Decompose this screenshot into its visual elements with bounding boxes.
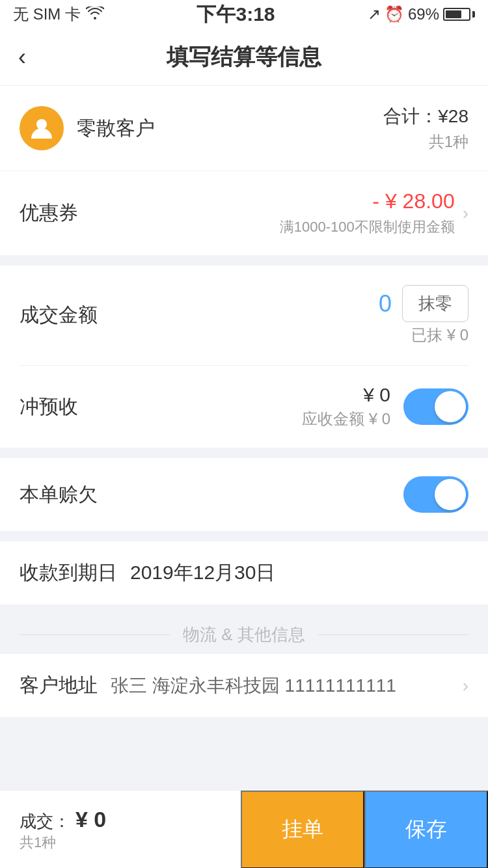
alarm-icon: ⏰	[385, 5, 404, 23]
due-date-label: 收款到期日	[20, 560, 117, 586]
customer-info: 零散客户	[20, 106, 155, 150]
location-icon: ↗	[368, 5, 381, 23]
due-date-row: 收款到期日 2019年12月30日	[20, 560, 468, 586]
nav-title: 填写结算等信息	[167, 42, 321, 72]
transaction-amount-row: 成交金额 抹零 已抹 ¥ 0	[20, 265, 468, 366]
wifi-icon	[86, 5, 104, 23]
debt-toggle[interactable]	[403, 476, 468, 513]
coupon-label: 优惠券	[20, 200, 78, 226]
prepayment-amount: ¥ 0	[302, 384, 390, 406]
customer-row: 零散客户 合计：¥28 共1种	[0, 86, 488, 170]
debt-section: 本单赊欠	[0, 458, 488, 531]
address-label: 客户地址	[20, 672, 98, 699]
back-button[interactable]: ‹	[18, 44, 26, 71]
status-time: 下午3:18	[197, 1, 275, 28]
due-date-value: 2019年12月30日	[130, 560, 275, 586]
battery-percent: 69%	[408, 5, 439, 23]
svg-point-0	[36, 119, 47, 129]
save-button[interactable]: 保存	[364, 791, 488, 869]
section-divider-1	[0, 448, 488, 458]
prepayment-label: 冲预收	[20, 394, 78, 420]
battery-icon	[443, 8, 475, 21]
rounded-detail: 已抹 ¥ 0	[340, 325, 468, 346]
total-amount: 合计：¥28	[383, 104, 468, 129]
coupon-description: 满1000-100不限制使用金额	[280, 217, 455, 237]
summary-amount: ¥ 0	[75, 807, 106, 832]
logistics-divider: 物流 & 其他信息	[0, 615, 488, 654]
prepayment-right: ¥ 0 应收金额 ¥ 0	[302, 384, 468, 429]
status-bar-left: 无 SIM 卡	[13, 4, 104, 25]
customer-section: 零散客户 合计：¥28 共1种 优惠券 - ¥ 28.00 满1000-100不…	[0, 86, 488, 255]
chevron-right-icon: ›	[463, 203, 468, 224]
bottom-bar: 成交： ¥ 0 共1种 挂单 保存	[0, 790, 488, 868]
coupon-row[interactable]: 优惠券 - ¥ 28.00 满1000-100不限制使用金额 ›	[0, 170, 488, 255]
coupon-right: - ¥ 28.00 满1000-100不限制使用金额 ›	[280, 189, 468, 237]
customer-total: 合计：¥28 共1种	[383, 104, 468, 152]
status-bar: 无 SIM 卡 下午3:18 ↗ ⏰ 69%	[0, 0, 488, 29]
total-count: 共1种	[383, 131, 468, 152]
transaction-section: 成交金额 抹零 已抹 ¥ 0 冲预收 ¥ 0 应收金额 ¥ 0	[0, 265, 488, 448]
prepayment-amounts: ¥ 0 应收金额 ¥ 0	[302, 384, 390, 429]
due-date-section: 收款到期日 2019年12月30日	[0, 541, 488, 604]
nav-bar: ‹ 填写结算等信息	[0, 29, 488, 86]
sim-signal: 无 SIM 卡	[13, 4, 81, 25]
transaction-amount-input[interactable]	[340, 290, 392, 318]
status-bar-right: ↗ ⏰ 69%	[368, 5, 475, 23]
prepayment-toggle[interactable]	[403, 388, 468, 425]
round-button[interactable]: 抹零	[402, 285, 468, 322]
avatar	[20, 106, 64, 150]
debt-label: 本单赊欠	[20, 481, 98, 508]
transaction-amount-label: 成交金额	[20, 302, 98, 329]
logistics-label: 物流 & 其他信息	[170, 623, 318, 646]
coupon-info: - ¥ 28.00 满1000-100不限制使用金额	[280, 189, 455, 237]
customer-name: 零散客户	[77, 115, 155, 142]
summary-count: 共1种	[20, 833, 221, 852]
receivable-amount: 应收金额 ¥ 0	[302, 409, 390, 429]
prepayment-row: 冲预收 ¥ 0 应收金额 ¥ 0	[20, 366, 468, 448]
address-chevron-icon: ›	[463, 675, 468, 696]
address-value: 张三 海淀永丰科技园 11111111111	[111, 673, 463, 698]
hold-button[interactable]: 挂单	[241, 791, 364, 869]
coupon-amount: - ¥ 28.00	[280, 189, 455, 213]
address-section[interactable]: 客户地址 张三 海淀永丰科技园 11111111111 ›	[0, 654, 488, 717]
summary-title: 成交：	[20, 810, 70, 833]
bottom-summary: 成交： ¥ 0 共1种	[0, 807, 241, 852]
transaction-amount-right: 抹零	[340, 285, 468, 322]
